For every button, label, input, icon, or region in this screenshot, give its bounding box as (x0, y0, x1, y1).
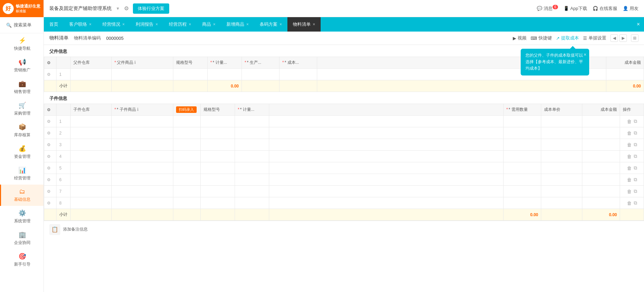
child-spec-cell[interactable] (201, 116, 235, 127)
child-unit-cost-cell[interactable] (541, 151, 582, 162)
sidebar-item-purchase[interactable]: 🛒 采购管理 (0, 98, 44, 120)
child-row-settings[interactable]: ⚙ (44, 139, 57, 151)
sidebar-item-sales[interactable]: 💼 销售管理 (0, 77, 44, 98)
parent-unit-cell[interactable] (208, 69, 242, 80)
child-row-settings[interactable]: ⚙ (44, 162, 57, 174)
trial-button[interactable]: 体验行业方案 (133, 3, 169, 14)
child-warehouse-cell[interactable] (71, 186, 112, 197)
child-product-cell[interactable] (112, 186, 173, 197)
child-product-cell[interactable] (112, 197, 173, 209)
sidebar-item-system[interactable]: ⚙️ 系统管理 (0, 206, 44, 227)
search-button[interactable]: 🔍 搜索菜单 (3, 20, 41, 30)
video-button[interactable]: ▶ 视频 (513, 35, 527, 41)
child-row-settings[interactable]: ⚙ (44, 127, 57, 139)
child-row-settings[interactable]: ⚙ (44, 151, 57, 162)
delete-icon[interactable]: 🗑 (627, 142, 632, 148)
child-product-cell[interactable] (112, 174, 173, 186)
delete-icon[interactable]: 🗑 (627, 165, 632, 171)
child-spec-cell[interactable] (201, 139, 235, 151)
tab-home[interactable]: 首页 (44, 17, 64, 32)
child-qty-cell[interactable] (504, 116, 541, 127)
child-unit-cell[interactable] (235, 116, 269, 127)
tab-customer-close[interactable]: × (89, 22, 91, 27)
child-qty-cell[interactable] (504, 162, 541, 174)
delete-icon[interactable]: 🗑 (627, 119, 632, 124)
tab-customer[interactable]: 客户联络 × (64, 17, 97, 32)
child-spec-cell[interactable] (201, 151, 235, 162)
parent-row-settings[interactable]: ⚙ (44, 69, 57, 80)
child-unit-cost-cell[interactable] (541, 139, 582, 151)
expand-icon[interactable]: ⊞ (631, 34, 639, 42)
child-unit-cell[interactable] (235, 162, 269, 174)
sidebar-item-enterprise[interactable]: 🏢 企业协同 (0, 227, 44, 249)
child-unit-cell[interactable] (235, 151, 269, 162)
user-button[interactable]: 👤 用友 (623, 5, 639, 12)
tab-barcode[interactable]: 条码方案 × (254, 17, 287, 32)
copy-icon[interactable]: ⧉ (634, 200, 637, 206)
child-spec-cell[interactable] (201, 197, 235, 209)
close-all-tabs[interactable]: × (633, 21, 644, 27)
sidebar-item-guide[interactable]: 🎯 新手引导 (0, 249, 44, 271)
delete-icon[interactable]: 🗑 (627, 189, 632, 194)
child-warehouse-cell[interactable] (71, 116, 112, 127)
child-warehouse-cell[interactable] (71, 139, 112, 151)
child-qty-cell[interactable] (504, 151, 541, 162)
sidebar-item-quicknav[interactable]: ⚡ 快捷导航 (0, 33, 44, 55)
child-unit-cell[interactable] (235, 127, 269, 139)
extract-cost-button[interactable]: ↗ 提取成本 (556, 35, 579, 41)
delete-icon[interactable]: 🗑 (627, 177, 632, 183)
child-qty-cell[interactable] (504, 127, 541, 139)
tab-history[interactable]: 经营历程 × (163, 17, 197, 32)
parent-spec-cell[interactable] (173, 69, 208, 80)
tab-history-close[interactable]: × (189, 22, 191, 27)
tab-barcode-close[interactable]: × (280, 22, 282, 27)
child-qty-cell[interactable] (504, 174, 541, 186)
message-button[interactable]: 💬 消息 6 (537, 5, 558, 12)
child-qty-cell[interactable] (504, 186, 541, 197)
tab-products-close[interactable]: × (213, 22, 215, 27)
child-product-cell[interactable] (112, 139, 173, 151)
child-unit-cell[interactable] (235, 186, 269, 197)
child-unit-cell[interactable] (235, 139, 269, 151)
copy-icon[interactable]: ⧉ (634, 188, 637, 194)
child-unit-cell[interactable] (235, 174, 269, 186)
online-service-button[interactable]: 🎧 在线客服 (593, 5, 617, 12)
copy-icon[interactable]: ⧉ (634, 118, 637, 124)
parent-product-cell[interactable] (112, 69, 173, 80)
child-unit-cost-cell[interactable] (541, 197, 582, 209)
sidebar-item-marketing[interactable]: 📢 营销推广 (0, 55, 44, 77)
parent-production-cell[interactable] (242, 69, 280, 80)
sidebar-item-basic-info[interactable]: 🗂 基础信息 (0, 185, 44, 206)
child-unit-cost-cell[interactable] (541, 127, 582, 139)
tab-profit[interactable]: 利润报告 × (130, 17, 163, 32)
child-col-settings[interactable]: ⚙ (44, 104, 57, 116)
child-unit-cell[interactable] (235, 197, 269, 209)
notes-icon[interactable]: 📋 (49, 224, 60, 235)
tab-bom[interactable]: 物料清单 × (287, 17, 321, 32)
tooltip-close[interactable]: × (584, 51, 586, 58)
child-row-settings[interactable]: ⚙ (44, 186, 57, 197)
copy-icon[interactable]: ⧉ (634, 142, 637, 148)
child-unit-cost-cell[interactable] (541, 174, 582, 186)
shortcut-button[interactable]: ⌨ 快捷键 (531, 35, 552, 41)
child-warehouse-cell[interactable] (71, 197, 112, 209)
tab-bom-close[interactable]: × (313, 22, 315, 27)
child-spec-cell[interactable] (201, 127, 235, 139)
child-qty-cell[interactable] (504, 197, 541, 209)
copy-icon[interactable]: ⧉ (634, 153, 637, 159)
child-unit-cost-cell[interactable] (541, 186, 582, 197)
gear-icon[interactable]: ⚙ (124, 5, 129, 12)
delete-icon[interactable]: 🗑 (627, 200, 632, 206)
sidebar-item-inventory[interactable]: 📦 库存核算 (0, 120, 44, 141)
tab-profit-close[interactable]: × (156, 22, 158, 27)
child-warehouse-cell[interactable] (71, 162, 112, 174)
child-unit-cost-cell[interactable] (541, 116, 582, 127)
tab-new-product-close[interactable]: × (246, 22, 249, 27)
child-product-cell[interactable] (112, 127, 173, 139)
child-product-cell[interactable] (112, 116, 173, 127)
tab-ops-close[interactable]: × (122, 22, 125, 27)
child-warehouse-cell[interactable] (71, 151, 112, 162)
system-dropdown-arrow[interactable]: ▼ (116, 6, 120, 11)
parent-warehouse-cell[interactable] (71, 69, 112, 80)
parent-cost-cell[interactable] (280, 69, 317, 80)
